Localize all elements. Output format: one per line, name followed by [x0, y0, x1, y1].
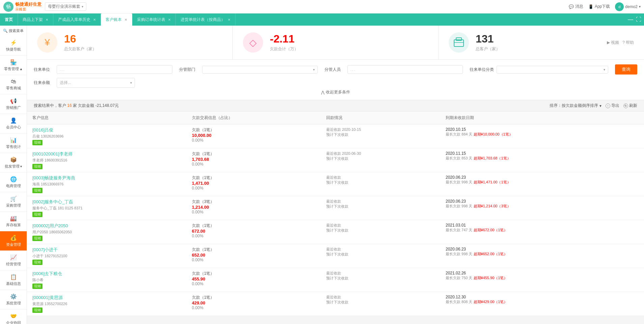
- tab-close-production[interactable]: ✕: [93, 18, 96, 22]
- sidebar-item-inventory[interactable]: 🏭 库存核算: [0, 212, 27, 231]
- dept-select[interactable]: ▾: [202, 66, 318, 73]
- customer-name-3[interactable]: [0002]服务中心_丁磊: [32, 199, 181, 205]
- tab-purchase[interactable]: 采购订单统计表 ✕: [132, 13, 176, 26]
- sort-select[interactable]: 排序：按欠款金额倒序排序 ▾: [550, 103, 601, 109]
- due-date-4: 2021.03.01: [446, 223, 639, 228]
- sidebar-item-retail-mgmt[interactable]: 🏪 零售管理 ▲: [0, 56, 27, 75]
- logo-icon: 畅: [3, 2, 13, 12]
- customer-name-7[interactable]: [000001]黄思源: [32, 295, 181, 301]
- customer-contact-1: 李老师 18600391516: [32, 158, 181, 163]
- overdue-days-6: 最长欠款 750 天 超期¥455.90（1笔）: [446, 275, 639, 281]
- overdue-amount-0[interactable]: 超期¥10,000.00（1笔）: [474, 132, 513, 136]
- cell-debt-1: 欠款（1笔） 1,703.68 0.00%: [187, 148, 321, 172]
- customer-name-4[interactable]: [000002]用户2050: [32, 223, 181, 229]
- table-row: [0006]去下粮仓 陈小希 现销 欠款（1笔） 455.90 0.00% 最近…: [27, 268, 644, 292]
- overdue-amount-4[interactable]: 超期¥672.00（1笔）: [474, 228, 508, 232]
- sidebar-item-enterprise[interactable]: 🤝 企业协同: [0, 310, 27, 324]
- sidebar-item-biz-mgmt[interactable]: 📈 经营管理: [0, 251, 27, 270]
- overdue-days-1: 最长欠款 853 天 超期¥1,703.68（1笔）: [446, 156, 639, 161]
- tab-close-inbound[interactable]: ✕: [228, 18, 230, 22]
- next-collect-2: 预计下次收款: [326, 180, 435, 185]
- sidebar-item-ecommerce[interactable]: 🌐 电商管理: [0, 173, 27, 192]
- table-row: [0016]吕俊 吕俊 13026203696 现销 欠款（1笔） 10,000…: [27, 124, 644, 148]
- top-bar-left: 畅 畅捷通好生意 示账套 母婴行业演示账套 ▾: [3, 2, 86, 12]
- overdue-amount-3[interactable]: 超期¥1,214.00（3笔）: [474, 204, 511, 208]
- query-btn[interactable]: 查询: [615, 64, 637, 75]
- cell-due-5: 2020.06.23 最长欠款 998 天 超期¥652.00（1笔）: [440, 244, 644, 268]
- tab-close-purchase[interactable]: ✕: [168, 18, 171, 22]
- customer-name-0[interactable]: [0016]吕俊: [32, 127, 181, 133]
- sidebar-item-retail-shop[interactable]: 🛍 零售商城: [0, 75, 27, 94]
- tab-maximize-btn[interactable]: ⛶: [636, 17, 641, 23]
- tab-close-customer[interactable]: ✕: [124, 18, 127, 22]
- help-btn[interactable]: ? 帮助: [622, 40, 634, 46]
- overdue-amount-5[interactable]: 超期¥652.00（1笔）: [474, 252, 508, 256]
- sidebar-item-capital[interactable]: 💰 资金管理: [0, 231, 27, 251]
- customer-name-2[interactable]: [0003]畅捷服务尹海燕: [32, 175, 181, 181]
- overdue-amount-7[interactable]: 超期¥429.00（1笔）: [474, 300, 508, 304]
- card-label-2: 欠款合计（万）: [270, 46, 428, 52]
- sidebar-search-btn[interactable]: 🔍 搜索菜单: [0, 26, 27, 36]
- overdue-amount-2[interactable]: 超期¥1,471.00（1笔）: [474, 180, 511, 184]
- tab-bar-right: — ⛶: [628, 17, 644, 23]
- sidebar: 🔍 搜索菜单 ⚡ 快捷导航 🏪 零售管理 ▲ 🛍 零售商城 📢 营销推广: [0, 26, 27, 324]
- export-btn[interactable]: ↑ 导出: [606, 103, 619, 109]
- message-btn[interactable]: 💬 消息: [569, 4, 583, 9]
- recent-collect-4: 最近收款: [326, 223, 435, 228]
- recent-collect-5: 最近收款: [326, 247, 435, 252]
- result-bar: 搜索结果中，客户 16 家 欠款金额 -21,148.07元 排序：按欠款金额倒…: [27, 100, 644, 112]
- refresh-btn[interactable]: ↻ 刷新: [623, 103, 637, 109]
- from-unit-input[interactable]: ...: [57, 65, 172, 74]
- sidebar-item-marketing[interactable]: 📢 营销推广: [0, 94, 27, 114]
- sidebar-item-quick-nav[interactable]: ⚡ 快捷导航: [0, 36, 27, 56]
- tab-inbound[interactable]: 进货单统计表（按商品） ✕: [176, 13, 235, 26]
- tab-products[interactable]: 商品上下架 ✕: [18, 13, 53, 26]
- sidebar-item-system-mgmt[interactable]: ⚙️ 系统管理: [0, 290, 27, 310]
- card-icon-3: [449, 32, 469, 53]
- overdue-amount-6[interactable]: 超期¥455.90（1笔）: [474, 276, 508, 280]
- debt-amount-4[interactable]: 672.00: [192, 229, 315, 234]
- debt-amount-3[interactable]: 1,214.00: [192, 205, 315, 210]
- tab-close-products[interactable]: ✕: [46, 18, 48, 22]
- overdue-amount-1[interactable]: 超期¥1,703.68（1笔）: [474, 156, 511, 160]
- tab-home[interactable]: 首页: [0, 13, 18, 26]
- customer-name-5[interactable]: [0007]小进干: [32, 247, 181, 253]
- cell-due-1: 2020.11.15 最长欠款 853 天 超期¥1,703.68（1笔）: [440, 148, 644, 172]
- sidebar-item-member-center[interactable]: 👤 会员中心: [0, 114, 27, 134]
- debt-amount-5[interactable]: 652.00: [192, 253, 315, 258]
- unit-class-select[interactable]: ▾: [497, 66, 608, 73]
- card-value-1: 16: [64, 33, 222, 45]
- sidebar-item-batch-mgmt[interactable]: 📦 批发管理 ▾: [0, 153, 27, 173]
- debt-amount-6[interactable]: 455.90: [192, 276, 315, 282]
- debt-pct-0: 0.00%: [192, 138, 203, 143]
- filter-row-1: 往来单位 ... 分管部门 ▾ 分管人员: [34, 64, 637, 75]
- balance-select[interactable]: 选择... ▾: [57, 78, 135, 88]
- sidebar-item-basic-info[interactable]: 📋 基础信息: [0, 270, 27, 290]
- sidebar-item-purchase-mgmt[interactable]: 🛒 采购管理: [0, 192, 27, 212]
- manager-label: 分管人员: [325, 67, 345, 72]
- customer-name-6[interactable]: [0006]去下粮仓: [32, 271, 181, 277]
- tab-customer[interactable]: 客户账本 ✕: [101, 13, 132, 26]
- video-btn[interactable]: ▶ 视频: [607, 40, 619, 46]
- cell-repayment-5: 最近收款 预计下次收款: [321, 244, 440, 268]
- tab-production[interactable]: 产成品入库单历史 ✕: [53, 13, 101, 26]
- collapse-btn[interactable]: ⋀ 收起更多条件: [34, 89, 637, 95]
- debt-amount-2[interactable]: 1,471.00: [192, 181, 315, 186]
- user-avatar[interactable]: d demo2 ▾: [615, 2, 641, 11]
- customer-name-1[interactable]: [0001020001]李老师: [32, 151, 181, 157]
- sidebar-item-retail-stats[interactable]: 📊 零售统计: [0, 134, 27, 153]
- next-collect-0: 预计下次收款: [326, 132, 435, 137]
- card-icon-1: ¥: [37, 32, 57, 53]
- result-actions: 排序：按欠款金额倒序排序 ▾ ↑ 导出 ↻ 刷新: [550, 103, 637, 109]
- app-download-btn[interactable]: 📱 App下载: [588, 4, 610, 9]
- cell-customer-4: [000002]用户2050 用户2050 18665062050 现销: [27, 220, 187, 244]
- cell-debt-5: 欠款（1笔） 652.00 0.00%: [187, 244, 321, 268]
- due-date-6: 2021.02.26: [446, 271, 639, 275]
- manager-input[interactable]: ...: [347, 65, 463, 74]
- unit-class-arrow: ▾: [604, 68, 605, 71]
- industry-selector[interactable]: 母婴行业演示账套 ▾: [45, 2, 86, 11]
- debt-amount-0[interactable]: 10,000.00: [192, 133, 315, 138]
- tab-minimize-btn[interactable]: —: [628, 17, 633, 23]
- debt-amount-1[interactable]: 1,703.68: [192, 157, 315, 162]
- debt-amount-7[interactable]: 429.00: [192, 300, 315, 305]
